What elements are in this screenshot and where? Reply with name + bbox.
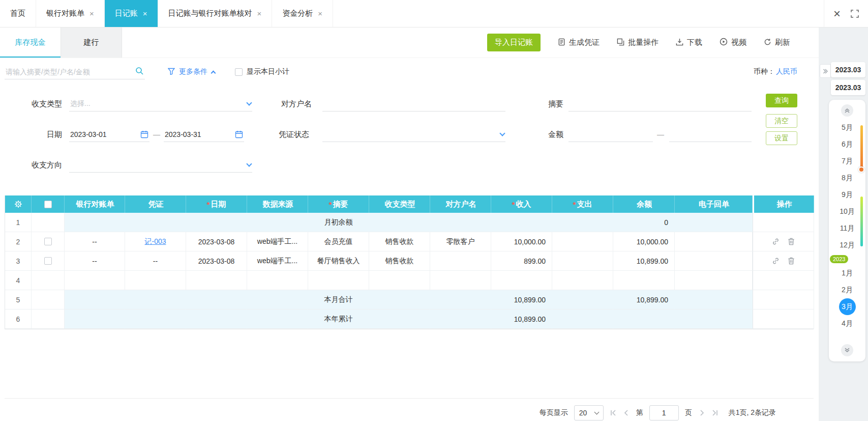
tab-home[interactable]: 首页 bbox=[0, 0, 36, 27]
close-icon[interactable]: × bbox=[833, 8, 841, 20]
table-row: 5 本月合计 10,899.00 10,899.00 bbox=[5, 290, 813, 310]
row-checkbox-cell bbox=[32, 251, 65, 271]
close-tab-icon[interactable]: × bbox=[318, 10, 322, 17]
last-page-button[interactable] bbox=[711, 409, 719, 416]
table-row: 6 本年累计 10,899.00 bbox=[5, 310, 813, 329]
subtab-cash[interactable]: 库存现金 bbox=[0, 27, 61, 58]
cell-e-receipt bbox=[675, 232, 753, 251]
chevron-down-icon bbox=[594, 409, 599, 414]
month-item-active[interactable]: 3月 bbox=[839, 298, 856, 315]
download-label: 下载 bbox=[687, 38, 702, 47]
date-to-input[interactable] bbox=[165, 130, 235, 138]
select-all-checkbox[interactable] bbox=[32, 195, 65, 213]
tab-bank-statement[interactable]: 银行对账单 × bbox=[36, 0, 105, 27]
header-e-receipt: 电子回单 bbox=[675, 195, 753, 213]
cell-income-type: 销售收款 bbox=[369, 251, 430, 271]
calendar-icon[interactable] bbox=[140, 130, 148, 138]
settings-button[interactable]: 设置 bbox=[766, 131, 797, 145]
cell-source bbox=[247, 290, 308, 310]
batch-operation-button[interactable]: 批量操作 bbox=[617, 38, 659, 47]
scroll-months-up-button[interactable] bbox=[841, 104, 853, 117]
first-page-button[interactable] bbox=[610, 409, 617, 416]
more-conditions-toggle[interactable]: 更多条件 bbox=[168, 64, 215, 79]
page-number-input[interactable] bbox=[649, 405, 679, 420]
tab-label: 资金分析 bbox=[282, 9, 313, 18]
video-button[interactable]: 视频 bbox=[720, 38, 746, 47]
row-number: 6 bbox=[5, 310, 32, 329]
cell-date: 2023-03-08 bbox=[186, 232, 247, 251]
link-icon[interactable] bbox=[772, 238, 780, 245]
direction-label: 收支方向 bbox=[32, 157, 62, 173]
generate-voucher-button[interactable]: 生成凭证 bbox=[558, 38, 600, 47]
delete-icon[interactable] bbox=[788, 257, 795, 265]
cell-income: 10,000.00 bbox=[491, 232, 552, 251]
income-type-placeholder: 选择... bbox=[70, 99, 91, 108]
cell-expense bbox=[552, 232, 613, 251]
delete-icon[interactable] bbox=[788, 238, 795, 245]
subtab-bank[interactable]: 建行 bbox=[61, 27, 122, 58]
voucher-link[interactable]: 记-003 bbox=[144, 237, 166, 246]
cell-bank-statement bbox=[65, 271, 125, 290]
summary-input[interactable] bbox=[570, 100, 751, 108]
row-number: 2 bbox=[5, 232, 32, 251]
scroll-months-down-button[interactable] bbox=[841, 344, 853, 356]
cell-balance bbox=[613, 271, 675, 290]
month-item[interactable]: 2月 bbox=[829, 282, 865, 298]
cell-counterparty bbox=[430, 271, 491, 290]
cell-counterparty bbox=[430, 251, 491, 271]
close-tab-icon[interactable]: × bbox=[143, 10, 147, 17]
download-button[interactable]: 下载 bbox=[676, 38, 702, 47]
close-tab-icon[interactable]: × bbox=[257, 10, 262, 17]
show-daily-subtotal-label: 显示本日小计 bbox=[247, 67, 289, 76]
month-item[interactable]: 1月 bbox=[829, 265, 865, 282]
tab-journal-bank-check[interactable]: 日记账与银行对账单核对 × bbox=[158, 0, 273, 27]
refresh-button[interactable]: 刷新 bbox=[764, 38, 790, 47]
income-type-select[interactable]: 选择... bbox=[69, 96, 252, 111]
per-page-select[interactable]: 20 bbox=[574, 405, 604, 420]
calendar-icon[interactable] bbox=[235, 130, 243, 138]
tab-fund-analysis[interactable]: 资金分析 × bbox=[272, 0, 333, 27]
year-badge[interactable]: 2023 bbox=[830, 255, 848, 263]
cell-summary bbox=[308, 271, 369, 290]
header-date: *日期 bbox=[186, 195, 247, 213]
row-checkbox[interactable] bbox=[44, 238, 52, 245]
cell-voucher bbox=[125, 290, 186, 310]
next-page-button[interactable] bbox=[698, 409, 705, 416]
query-button[interactable]: 查询 bbox=[766, 94, 797, 107]
tab-journal[interactable]: 日记账 × bbox=[105, 0, 158, 27]
prev-page-button[interactable] bbox=[623, 409, 630, 416]
direction-select[interactable] bbox=[69, 157, 252, 173]
pagination: 每页显示 20 第 页 共1页, 2条记录 bbox=[540, 405, 776, 420]
import-journal-button[interactable]: 导入日记账 bbox=[487, 34, 541, 51]
close-tab-icon[interactable]: × bbox=[89, 10, 94, 17]
row-checkbox[interactable] bbox=[44, 257, 52, 265]
cell-date bbox=[186, 310, 247, 329]
search-icon[interactable] bbox=[135, 67, 144, 77]
amount-from-input[interactable] bbox=[570, 130, 652, 138]
fullscreen-icon[interactable] bbox=[851, 10, 859, 18]
row-checkbox-cell bbox=[32, 271, 65, 290]
cell-voucher: 记-003 bbox=[125, 232, 186, 251]
counterparty-input[interactable] bbox=[323, 100, 504, 108]
collapse-sidebar-handle[interactable] bbox=[820, 64, 831, 78]
voucher-status-select[interactable] bbox=[322, 127, 505, 142]
month-item[interactable]: 4月 bbox=[829, 315, 865, 332]
link-icon[interactable] bbox=[772, 257, 780, 265]
row-number: 4 bbox=[5, 271, 32, 290]
header-data-source: 数据来源 bbox=[247, 195, 308, 213]
show-daily-subtotal-checkbox[interactable]: 显示本日小计 bbox=[235, 64, 289, 79]
header-counterparty: 对方户名 bbox=[430, 195, 491, 213]
cell-date: 2023-03-08 bbox=[186, 251, 247, 271]
date-from-input[interactable] bbox=[70, 130, 140, 138]
cell-actions bbox=[753, 310, 814, 329]
table-settings-gear-icon[interactable] bbox=[5, 195, 32, 213]
clear-button[interactable]: 清空 bbox=[766, 114, 797, 128]
amount-label: 金额 bbox=[548, 127, 563, 142]
search-input[interactable] bbox=[6, 68, 135, 76]
currency-value[interactable]: 人民币 bbox=[776, 67, 797, 76]
scroll-thumb[interactable] bbox=[858, 166, 864, 173]
table-header: 银行对账单 凭证 *日期 数据来源 *摘要 收支类型 对方户名 *收入 *支出 … bbox=[5, 195, 813, 213]
amount-to-input[interactable] bbox=[670, 130, 751, 138]
refresh-icon bbox=[764, 38, 771, 47]
cell-counterparty: 零散客户 bbox=[430, 232, 491, 251]
